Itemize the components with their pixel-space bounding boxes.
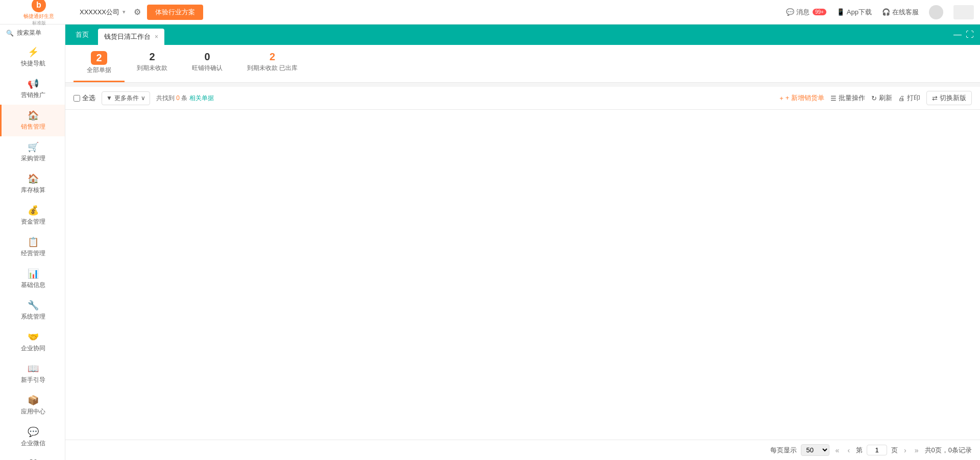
per-page-label: 每页显示	[770, 446, 797, 455]
first-page-button[interactable]: «	[834, 445, 842, 455]
trial-button[interactable]: 体验行业方案	[147, 5, 203, 20]
logo-sub: 标准版	[32, 20, 46, 27]
sidebar-item-inventory[interactable]: 🏠 库存核算	[0, 168, 65, 200]
found-link[interactable]: 相关单据	[189, 94, 214, 102]
sidebar-item-label: 新手引导	[21, 376, 45, 384]
sidebar-item-sales[interactable]: 🏠 销售管理	[0, 105, 65, 136]
sidebar-item-newbie[interactable]: 📖 新手引导	[0, 358, 65, 390]
header-right: 💬 消息 99+ 📱 App下载 🎧 在线客服	[786, 5, 974, 19]
sidebar-search[interactable]: 🔍 搜索菜单	[0, 25, 65, 41]
purchase-icon: 🛒	[28, 141, 39, 153]
toolbar-right: + + 新增销货单 ☰ 批量操作 ↻ 刷新 🖨 打印	[779, 91, 972, 105]
minimize-icon[interactable]: —	[953, 30, 962, 39]
wechat-icon: 💬	[28, 426, 39, 438]
app-center-icon: 📦	[28, 395, 39, 406]
sidebar-item-label: 企业协同	[21, 344, 45, 353]
top-header: b 畅捷通好生意 标准版 XXXXXX公司 ▾ ⚙ 体验行业方案 💬 消息 99…	[0, 0, 980, 25]
sidebar-item-quick-nav[interactable]: ⚡ 快捷导航	[0, 41, 65, 73]
message-badge: 99+	[813, 9, 826, 15]
content-area: 2 全部单据 2 到期未收款 0 旺铺待确认 2 到期未收款 已出库	[65, 45, 980, 460]
last-page-button[interactable]: »	[913, 445, 921, 455]
layout: 🔍 搜索菜单 ⚡ 快捷导航 📢 营销推广 🏠 销售管理 🛒 采购管理 🏠 库存核…	[0, 25, 980, 460]
maximize-icon[interactable]: ⛶	[966, 30, 974, 39]
tab-active[interactable]: 钱货日清工作台 ×	[98, 29, 164, 45]
sidebar-item-base-info[interactable]: 📊 基础信息	[0, 263, 65, 295]
sidebar-item-enterprise[interactable]: 🤝 企业协同	[0, 326, 65, 358]
enterprise-icon: 🤝	[28, 331, 39, 343]
page-input[interactable]: 1	[867, 445, 887, 455]
sidebar-item-label: 采购管理	[21, 154, 45, 163]
logo-text: 畅捷通好生意	[23, 13, 54, 20]
sales-icon: 🏠	[28, 110, 39, 121]
switch-icon: ⇄	[932, 94, 938, 102]
sidebar-item-marketing[interactable]: 📢 营销推广	[0, 73, 65, 105]
sidebar-item-app-center[interactable]: 📦 应用中心	[0, 390, 65, 421]
sidebar-item-label: 基础信息	[21, 281, 45, 289]
online-service-action[interactable]: 🎧 在线客服	[882, 8, 919, 17]
select-all-checkbox[interactable]: 全选	[74, 93, 95, 103]
plus-icon: +	[779, 94, 783, 102]
quick-nav-icon: ⚡	[28, 46, 39, 58]
user-menu[interactable]	[953, 5, 974, 19]
sidebar-item-system[interactable]: 🔧 系统管理	[0, 295, 65, 326]
inventory-icon: 🏠	[28, 173, 39, 184]
switch-button[interactable]: ⇄ 切换新版	[926, 91, 972, 105]
stat-tab-all[interactable]: 2 全部单据	[74, 45, 125, 82]
main-content: 首页 钱货日清工作台 × — ⛶ 2 全部单据	[65, 25, 980, 460]
message-icon: 💬	[786, 8, 794, 16]
found-text: 共找到 0 条 相关单据	[156, 94, 214, 103]
sidebar-item-operations[interactable]: 📋 经营管理	[0, 231, 65, 263]
sidebar-item-label: 资金管理	[21, 217, 45, 226]
batch-icon: ☰	[830, 94, 837, 102]
refresh-icon: ↻	[871, 94, 877, 102]
batch-label: 批量操作	[839, 93, 865, 103]
app-download-action[interactable]: 📱 App下载	[837, 8, 872, 17]
filter-button[interactable]: ▼ 更多条件 ∨	[102, 91, 150, 105]
company-selector[interactable]: XXXXXX公司 ▾	[76, 6, 130, 19]
tab-home[interactable]: 首页	[67, 25, 97, 45]
stat-tab-pending[interactable]: 0 旺铺待确认	[180, 45, 235, 82]
member-icon: V	[30, 458, 37, 460]
filter-label: 更多条件	[114, 94, 139, 103]
print-button[interactable]: 🖨 打印	[898, 93, 920, 103]
message-action[interactable]: 💬 消息 99+	[786, 8, 826, 17]
tab-bar-right: — ⛶	[953, 30, 978, 39]
stat-num-all: 2	[86, 51, 112, 65]
add-order-button[interactable]: + + 新增销货单	[779, 93, 824, 103]
newbie-icon: 📖	[28, 363, 39, 374]
message-label: 消息	[796, 8, 810, 17]
select-all-label: 全选	[82, 93, 95, 103]
batch-button[interactable]: ☰ 批量操作	[830, 93, 865, 103]
base-info-icon: 📊	[28, 268, 39, 279]
stat-tab-overdue[interactable]: 2 到期未收款	[125, 45, 180, 82]
sidebar-item-label: 系统管理	[21, 312, 45, 321]
filter-icon: ▼	[106, 94, 112, 102]
tab-close-icon[interactable]: ×	[155, 33, 158, 40]
add-btn-label: + 新增销货单	[786, 93, 824, 103]
prev-page-button[interactable]: ‹	[845, 445, 852, 455]
print-label: 打印	[907, 93, 920, 103]
operations-icon: 📋	[28, 236, 39, 248]
per-page-select[interactable]: 50 100 200	[801, 444, 829, 456]
app-download-label: App下载	[847, 8, 872, 17]
next-page-button[interactable]: ›	[902, 445, 909, 455]
finance-icon: 💰	[28, 205, 39, 216]
sidebar-item-label: 应用中心	[21, 407, 45, 416]
online-service-label: 在线客服	[892, 8, 919, 17]
avatar[interactable]	[929, 5, 943, 19]
stat-num-pending: 0	[192, 51, 223, 63]
sidebar-item-label: 营销推广	[21, 91, 45, 100]
page-suffix: 页	[891, 446, 898, 455]
stat-label-all: 全部单据	[86, 66, 112, 75]
sidebar-item-wechat[interactable]: 💬 企业微信	[0, 421, 65, 453]
refresh-button[interactable]: ↻ 刷新	[871, 93, 892, 103]
sidebar-item-member[interactable]: V 畅会员	[0, 453, 65, 460]
select-all-input[interactable]	[74, 95, 80, 102]
sidebar-item-finance[interactable]: 💰 资金管理	[0, 200, 65, 231]
gear-button[interactable]: ⚙	[134, 7, 141, 17]
sidebar-item-purchase[interactable]: 🛒 采购管理	[0, 136, 65, 168]
logo-icon: b	[32, 0, 46, 12]
refresh-label: 刷新	[879, 93, 892, 103]
stat-tab-overdue-shipped[interactable]: 2 到期未收款 已出库	[235, 45, 310, 82]
pagination: 每页显示 50 100 200 « ‹ 第 1 页 › » 共0页，0条记录	[65, 440, 980, 460]
